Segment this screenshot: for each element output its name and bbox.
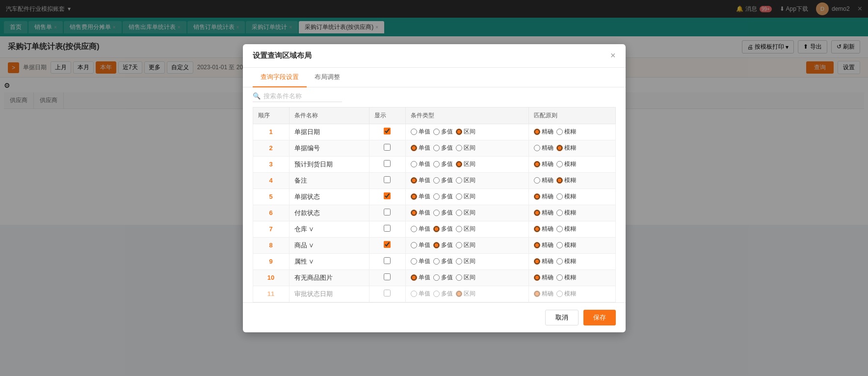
match-radio[interactable] <box>534 145 540 151</box>
type-radio[interactable] <box>411 129 417 135</box>
type-radio-label[interactable]: 区间 <box>456 128 475 136</box>
display-checkbox[interactable] <box>384 176 391 183</box>
cell-display[interactable] <box>369 205 405 221</box>
match-radio-label[interactable]: 模糊 <box>556 160 576 168</box>
type-radio-label[interactable]: 多值 <box>433 176 453 185</box>
cell-display[interactable] <box>369 172 405 188</box>
type-radio-label[interactable]: 区间 <box>456 144 475 152</box>
table-row: 7仓库 ∨单值多值区间精确模糊 <box>253 221 615 225</box>
type-radio[interactable] <box>433 129 440 135</box>
match-radio[interactable] <box>556 177 563 184</box>
display-checkbox[interactable] <box>384 144 391 151</box>
type-radio[interactable] <box>411 145 417 151</box>
type-radio-label[interactable]: 多值 <box>433 209 453 217</box>
type-radio[interactable] <box>411 193 417 200</box>
type-radio[interactable] <box>456 161 462 167</box>
table-row: 1单据日期单值多值区间精确模糊 <box>253 124 615 140</box>
match-radio[interactable] <box>556 210 563 216</box>
match-radio-label[interactable]: 精确 <box>534 128 553 136</box>
type-radio[interactable] <box>433 210 440 216</box>
display-checkbox[interactable] <box>384 128 391 134</box>
dialog-tab-bar: 查询字段设置 布局调整 <box>243 68 626 87</box>
cell-display[interactable] <box>369 140 405 156</box>
match-radio-label[interactable]: 精确 <box>534 144 553 152</box>
display-checkbox[interactable] <box>384 209 391 215</box>
type-radio-label[interactable]: 单值 <box>411 209 430 217</box>
cell-type[interactable]: 单值多值区间 <box>405 221 529 225</box>
match-radio-label[interactable]: 精确 <box>534 209 553 217</box>
type-radio[interactable] <box>456 129 462 135</box>
cell-type[interactable]: 单值多值区间 <box>405 188 529 205</box>
match-radio[interactable] <box>534 177 540 184</box>
type-radio-label[interactable]: 区间 <box>456 160 475 168</box>
cell-match[interactable]: 精确模糊 <box>529 205 615 221</box>
match-radio[interactable] <box>534 193 540 200</box>
display-checkbox[interactable] <box>384 160 391 167</box>
cell-display[interactable] <box>369 221 405 225</box>
type-radio-label[interactable]: 单值 <box>411 176 430 185</box>
cell-type[interactable]: 单值多值区间 <box>405 140 529 156</box>
cell-type[interactable]: 单值多值区间 <box>405 172 529 188</box>
cell-display[interactable] <box>369 188 405 205</box>
type-radio-label[interactable]: 多值 <box>433 192 453 201</box>
match-radio-label[interactable]: 精确 <box>534 192 553 201</box>
type-radio[interactable] <box>456 177 462 184</box>
th-type: 条件类型 <box>405 107 529 124</box>
th-match: 匹配原则 <box>529 107 615 124</box>
cell-name: 单据编号 <box>289 140 369 156</box>
type-radio[interactable] <box>456 145 462 151</box>
cell-display[interactable] <box>369 156 405 172</box>
cell-match[interactable]: 精确模糊 <box>529 124 615 140</box>
match-radio-label[interactable]: 精确 <box>534 160 553 168</box>
match-radio-label[interactable]: 模糊 <box>556 128 576 136</box>
cell-type[interactable]: 单值多值区间 <box>405 205 529 221</box>
type-radio-label[interactable]: 区间 <box>456 176 475 185</box>
type-radio-label[interactable]: 单值 <box>411 160 430 168</box>
type-radio[interactable] <box>411 161 417 167</box>
type-radio-label[interactable]: 多值 <box>433 160 453 168</box>
cell-type[interactable]: 单值多值区间 <box>405 156 529 172</box>
dialog-close-button[interactable]: × <box>610 51 616 60</box>
type-radio-label[interactable]: 单值 <box>411 144 430 152</box>
match-radio[interactable] <box>534 161 540 167</box>
type-radio[interactable] <box>433 177 440 184</box>
tab-query-fields[interactable]: 查询字段设置 <box>253 68 307 87</box>
table-header-row: 顺序 条件名称 显示 条件类型 匹配原则 <box>253 107 615 124</box>
cell-order: 7 <box>253 221 289 225</box>
match-radio-label[interactable]: 模糊 <box>556 144 576 152</box>
match-radio[interactable] <box>556 193 563 200</box>
type-radio-label[interactable]: 区间 <box>456 209 475 217</box>
cell-match[interactable]: 精确模糊 <box>529 172 615 188</box>
type-radio[interactable] <box>456 193 462 200</box>
cell-match[interactable]: 精确模糊 <box>529 188 615 205</box>
match-radio-label[interactable]: 模糊 <box>556 209 576 217</box>
type-radio[interactable] <box>433 161 440 167</box>
match-radio[interactable] <box>556 145 563 151</box>
type-radio-label[interactable]: 单值 <box>411 192 430 201</box>
match-radio[interactable] <box>534 210 540 216</box>
match-radio-label[interactable]: 精确 <box>534 176 553 185</box>
match-radio[interactable] <box>534 129 540 135</box>
type-radio[interactable] <box>411 210 417 216</box>
cell-match[interactable]: 精确模糊 <box>529 221 615 225</box>
type-radio-label[interactable]: 多值 <box>433 128 453 136</box>
cell-match[interactable]: 精确模糊 <box>529 140 615 156</box>
display-checkbox[interactable] <box>384 192 391 199</box>
match-radio[interactable] <box>556 161 563 167</box>
match-radio-label[interactable]: 模糊 <box>556 192 576 201</box>
tab-layout-adjust[interactable]: 布局调整 <box>307 68 348 87</box>
type-radio-label[interactable]: 单值 <box>411 128 430 136</box>
search-input[interactable] <box>263 92 342 100</box>
table-row: 4备注单值多值区间精确模糊 <box>253 172 615 188</box>
type-radio-label[interactable]: 多值 <box>433 144 453 152</box>
type-radio[interactable] <box>456 210 462 216</box>
type-radio[interactable] <box>411 177 417 184</box>
type-radio-label[interactable]: 区间 <box>456 192 475 201</box>
match-radio[interactable] <box>556 129 563 135</box>
cell-display[interactable] <box>369 124 405 140</box>
match-radio-label[interactable]: 模糊 <box>556 176 576 185</box>
cell-match[interactable]: 精确模糊 <box>529 156 615 172</box>
type-radio[interactable] <box>433 145 440 151</box>
cell-type[interactable]: 单值多值区间 <box>405 124 529 140</box>
type-radio[interactable] <box>433 193 440 200</box>
